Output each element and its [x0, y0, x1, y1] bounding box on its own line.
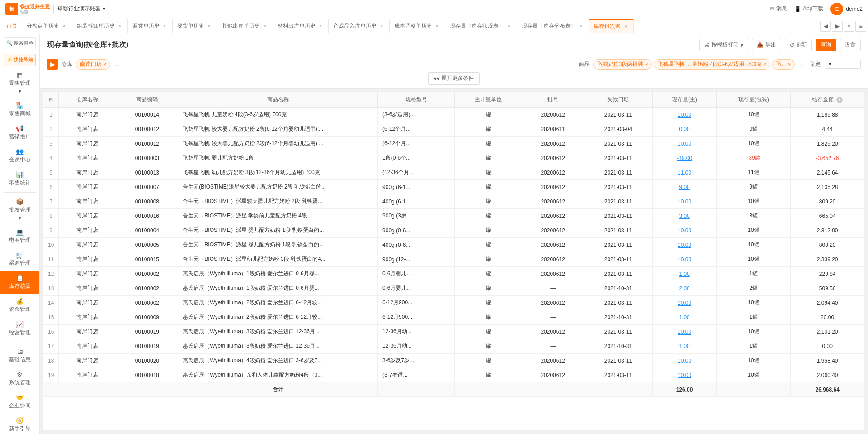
tab-close-btn[interactable]: ×	[844, 21, 854, 32]
message-btn[interactable]: ✉ 消息	[770, 5, 787, 13]
row-name: 惠氏启辰（Wyeth illuma）亲和人体儿童配方奶粉4段（3...	[178, 368, 378, 382]
row-batch: —	[522, 339, 584, 354]
sidebar-item-member[interactable]: 👥 会员中心	[0, 144, 39, 167]
row-qty-main[interactable]: 1.00	[652, 310, 717, 325]
product-tag-1-remove[interactable]: ×	[764, 62, 766, 67]
sidebar-item-stats[interactable]: 📊 零售统计	[0, 167, 39, 190]
tab-tiaopi-close[interactable]: ×	[161, 23, 168, 29]
workspace-selector[interactable]: 母婴行业演示账套 ▾	[53, 4, 109, 14]
tab-next-btn[interactable]: ▶	[832, 21, 843, 32]
quick-nav-btn[interactable]: ⚡ 快捷导航	[4, 54, 36, 66]
row-qty-main[interactable]: 10.00	[652, 368, 717, 382]
sidebar-item-ops[interactable]: 📈 经营管理	[0, 317, 39, 340]
sidebar-item-retail[interactable]: ▦ 零售管理 ▾	[0, 68, 39, 98]
sidebar-item-wholesale[interactable]: 📦 批发管理 ▾	[0, 194, 39, 225]
row-qty-main[interactable]: 10.00	[652, 252, 717, 267]
filter-toggle-btn[interactable]: ▶	[47, 59, 58, 70]
settings-btn[interactable]: 设置	[840, 39, 861, 51]
col-warehouse: 仓库名称	[59, 92, 116, 108]
sidebar-item-shop[interactable]: 🏪 零售商城	[0, 98, 39, 121]
tab-xianzailiang2-close[interactable]: ×	[578, 23, 584, 29]
row-qty-main[interactable]: 2.00	[652, 281, 717, 296]
app-download-btn[interactable]: 📱 App下载	[794, 5, 823, 13]
download-icon: 📱	[794, 6, 801, 12]
tab-tiaopi[interactable]: 调拨单历史 ×	[128, 19, 173, 33]
row-code: 00100013	[116, 165, 178, 180]
export-btn[interactable]: 📤 导出	[752, 39, 781, 51]
tab-fenpi[interactable]: 分盘点单历史 ×	[22, 19, 72, 33]
row-qty-main[interactable]: 10.00	[652, 238, 717, 252]
row-qty-main[interactable]: 11.00	[652, 165, 717, 180]
row-num: 1	[43, 108, 59, 122]
print-template-btn[interactable]: 🖨 按模板打印 ▾	[699, 39, 748, 51]
expand-conditions-btn[interactable]: ▾▾ 展开更多条件	[428, 72, 480, 85]
tab-chengpin-close[interactable]: ×	[378, 23, 385, 29]
row-unit: 罐	[455, 339, 522, 354]
tab-qita-close[interactable]: ×	[262, 23, 268, 29]
tab-cailiao-close[interactable]: ×	[317, 23, 324, 29]
row-expiry: 2021-10-31	[584, 281, 653, 296]
product-more[interactable]: ...	[797, 60, 807, 68]
tab-chengben-close[interactable]: ×	[434, 23, 440, 29]
row-qty-main[interactable]: 10.00	[652, 108, 717, 122]
row-qty-main[interactable]: 10.00	[652, 354, 717, 368]
product-tag-0-remove[interactable]: ×	[645, 62, 648, 67]
basic-icon: 🗂	[17, 348, 23, 355]
tab-fenpi-close[interactable]: ×	[61, 23, 67, 29]
row-qty-main[interactable]: 9.00	[652, 180, 717, 194]
row-unit: 罐	[455, 267, 522, 281]
search-menu-btn[interactable]: 🔍 搜索菜单	[4, 37, 36, 49]
sidebar-item-ecom[interactable]: 💻 电商管理	[0, 225, 39, 248]
tab-home[interactable]: 首页	[2, 19, 22, 33]
row-qty-main[interactable]: 10.00	[652, 137, 717, 151]
sidebar-item-corp[interactable]: 🤝 企业协同	[0, 390, 39, 413]
row-qty-main[interactable]: 10.00	[652, 223, 717, 238]
amount-info-icon[interactable]: i	[836, 97, 843, 103]
tab-cailiao[interactable]: 材料出库单历史 ×	[273, 19, 329, 33]
tab-yaohuo[interactable]: 要货单历史 ×	[173, 19, 217, 33]
color-dropdown[interactable]: ▾	[825, 60, 861, 69]
tab-qita[interactable]: 其他出库单历史 ×	[217, 19, 273, 33]
row-qty-main[interactable]: -39.00	[652, 151, 717, 165]
sidebar-item-retail-label: 零售管理	[9, 80, 31, 87]
tab-zuche[interactable]: 组装拆卸单历史 ×	[72, 19, 128, 33]
row-expiry: 2021-03-11	[584, 165, 653, 180]
tab-xianzailiang2[interactable]: 现存量（库存分布表） ×	[517, 19, 589, 33]
tab-xianzailiang1[interactable]: 现存量（库存状况表） ×	[445, 19, 517, 33]
sidebar-item-system[interactable]: ⚙ 系统管理	[0, 367, 39, 390]
row-qty-main[interactable]: 1.00	[652, 267, 717, 281]
user-area[interactable]: E demo2	[830, 3, 863, 15]
row-qty-main[interactable]: 0.00	[652, 122, 717, 137]
tab-prev-btn[interactable]: ◀	[820, 21, 831, 32]
tab-pici[interactable]: 库存批次账 ×	[589, 19, 634, 33]
row-qty-main[interactable]: 10.00	[652, 296, 717, 310]
row-qty-main[interactable]: 10.00	[652, 325, 717, 339]
warehouse-more[interactable]: ...	[112, 60, 122, 68]
tab-chengben[interactable]: 成本调整单历史 ×	[390, 19, 445, 33]
product-tag-2-remove[interactable]: ×	[788, 62, 791, 67]
sidebar-item-purchase[interactable]: 🛒 采购管理	[0, 248, 39, 271]
tab-menu-btn[interactable]: ≡	[855, 21, 866, 32]
tab-yaohuo-close[interactable]: ×	[206, 23, 212, 29]
sidebar-item-basic[interactable]: 🗂 基础信息	[0, 344, 39, 367]
refresh-btn[interactable]: ↺ 刷新	[785, 39, 812, 51]
sidebar-item-inventory[interactable]: 📋 库存核算	[0, 271, 39, 294]
tab-pici-close[interactable]: ×	[623, 24, 629, 30]
tab-xianzailiang1-close[interactable]: ×	[506, 23, 512, 29]
row-qty-main[interactable]: 3.00	[652, 209, 717, 223]
sidebar-item-guide[interactable]: 🧭 新手引导	[0, 413, 39, 434]
tab-zuche-close[interactable]: ×	[117, 23, 123, 29]
sidebar-item-marketing[interactable]: 📢 营销推广	[0, 121, 39, 144]
table-row: 15 南岸门店 00100009 惠氏启辰（Wyeth illuma）2段奶粉 …	[43, 310, 864, 325]
sidebar-item-basic-label: 基础信息	[9, 356, 31, 363]
row-qty-main[interactable]: 10.00	[652, 194, 717, 209]
row-num: 7	[43, 194, 59, 209]
row-qty-main[interactable]: 1.00	[652, 339, 717, 354]
warehouse-tag-remove[interactable]: ×	[104, 62, 106, 67]
tab-chengpin[interactable]: 产成品入库单历史 ×	[329, 19, 390, 33]
row-unit: 罐	[455, 108, 522, 122]
query-btn[interactable]: 查询	[816, 39, 836, 51]
sidebar-item-finance[interactable]: 💰 资金管理	[0, 294, 39, 317]
col-settings[interactable]: ⚙	[43, 92, 59, 108]
footer-empty5	[584, 382, 653, 397]
